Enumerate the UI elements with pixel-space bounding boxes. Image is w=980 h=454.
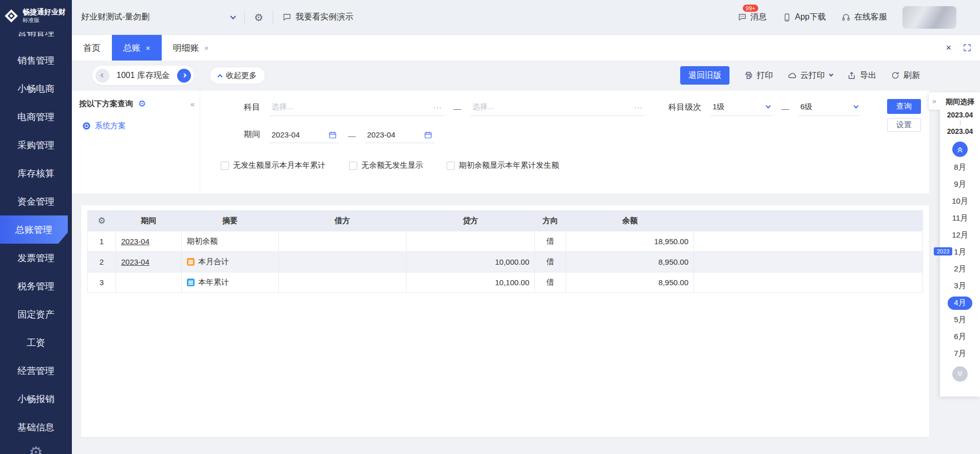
export-button[interactable]: 导出 [847,70,876,81]
refresh-button[interactable]: 刷新 [891,70,920,81]
app-download-button[interactable]: App下载 [782,12,826,23]
back-to-old-version-button[interactable]: 退回旧版 [680,66,729,85]
topbar-gear-icon[interactable]: ⚙ [254,12,263,23]
sidebar-item-xiaochang-ecommerce[interactable]: 小畅电商 [0,74,72,103]
system-scheme-label: 系统方案 [95,121,126,131]
main-content: 1001 库存现金 收起更多 退回旧版 打印 云打印 导出 [72,61,980,454]
month-item-oct[interactable]: 10月 [940,193,980,210]
system-scheme-item[interactable]: 系统方案 [79,121,195,131]
period-to-field[interactable]: 2023-04 [365,130,434,143]
period-panel-expander[interactable]: » [929,92,940,110]
month-label: 11月 [952,213,968,223]
month-item-dec[interactable]: 12月 [940,227,980,244]
online-support-button[interactable]: 在线客服 [841,12,887,23]
date-separator [960,121,960,126]
period-link[interactable]: 2023-04 [121,237,149,246]
month-item-mar[interactable]: 3月 [940,278,980,294]
sidebar-item-invoice[interactable]: 发票管理 [0,244,72,272]
month-item-may[interactable]: 5月 [940,311,980,328]
sidebar-nav: 营销管理 销售管理 小畅电商 电商管理 采购管理 库存核算 资金管理 总账管理 … [0,18,72,454]
chevron-down-icon [766,104,771,109]
query-panel-gear-icon[interactable]: ⚙ [138,100,146,108]
sidebar-item-tax[interactable]: 税务管理 [0,272,72,300]
year-badge: 2023 [934,247,952,255]
tab-label: 总账 [123,42,141,54]
print-button[interactable]: 打印 [744,70,773,81]
month-item-sep[interactable]: 9月 [940,176,980,193]
scroll-months-up-button[interactable] [952,142,968,157]
topbar: 好业财测试-量勿删 ⚙ 我要看实例演示 99+ 消息 App下载 在线客服 [72,0,980,35]
ellipsis-icon[interactable]: ··· [634,103,643,111]
sidebar-item-expense[interactable]: 小畅报销 [0,385,72,413]
month-item-apr-selected[interactable]: 4月 [940,294,980,311]
period-link[interactable]: 2023-04 [121,258,149,266]
sidebar-item-basic-info[interactable]: 基础信息 [0,413,72,441]
phone-icon [782,13,792,22]
messages-button[interactable]: 99+ 消息 [738,12,767,23]
account-chip[interactable]: 1001 库存现金 [92,66,194,85]
account-next-button[interactable] [177,69,191,83]
close-all-icon[interactable]: × [946,43,951,52]
tab-close-icon[interactable]: × [146,44,150,52]
fullscreen-icon[interactable] [963,43,972,52]
level-from-select[interactable]: 1级 [710,102,772,116]
checkbox-no-balance[interactable]: 无余额无发生显示 [349,161,423,170]
cloud-print-button[interactable]: 云打印 [787,70,833,81]
sidebar-item-inventory[interactable]: 库存核算 [0,159,72,187]
company-selector[interactable]: 好业财测试-量勿删 [81,12,235,23]
tab-detail-ledger[interactable]: 明细账 × [162,35,220,61]
ledger-table-card: ⚙ 期间 摘要 借方 贷方 方向 余额 1 2023-04 期初余额 [81,205,929,437]
logo-diamond-icon [4,9,18,23]
header-empty [694,211,923,231]
checkbox-icon [349,162,357,170]
sidebar-item-ecommerce[interactable]: 电商管理 [0,103,72,131]
checkbox-opening-balance[interactable]: 期初余额显示本年累计发生额 [447,161,559,170]
header-credit: 贷方 [407,211,535,231]
header-period: 期间 [116,211,182,231]
tab-close-icon[interactable]: × [204,44,209,52]
export-label: 导出 [860,70,876,81]
sidebar-item-general-ledger[interactable]: 总账管理 [0,215,68,244]
scroll-months-down-button[interactable] [952,366,968,382]
month-item-feb[interactable]: 2月 [940,261,980,278]
level-to-select[interactable]: 6级 [798,102,860,116]
ellipsis-icon[interactable]: ··· [433,103,442,111]
sidebar-item-label: 库存核算 [17,167,54,180]
tab-home[interactable]: 首页 [72,35,112,61]
print-label: 打印 [757,70,773,81]
month-item-jun[interactable]: 6月 [940,328,980,345]
month-item-nov[interactable]: 11月 [940,210,980,227]
subject-select-from[interactable]: 选择... ··· [270,102,444,116]
account-prev-button[interactable] [95,69,109,83]
user-avatar[interactable] [902,6,956,29]
subject-select-to[interactable]: 选择... ··· [470,102,645,116]
demo-label: 我要看实例演示 [296,12,353,23]
sidebar-item-purchase[interactable]: 采购管理 [0,131,72,159]
demo-link[interactable]: 我要看实例演示 [282,12,353,23]
period-from-field[interactable]: 2023-04 [270,130,339,143]
sidebar-item-fixed-assets[interactable]: 固定资产 [0,300,72,328]
column-settings-gear-icon[interactable]: ⚙ [98,216,105,226]
sidebar-item-funds[interactable]: 资金管理 [0,187,72,215]
panel-collapse-icon[interactable]: « [190,100,195,108]
checkbox-label: 无余额无发生显示 [361,161,423,170]
sidebar-item-operations[interactable]: 经营管理 [0,357,72,385]
checkbox-no-activity[interactable]: 无发生额显示本月本年累计 [221,161,325,170]
settings-button[interactable]: 设置 [887,118,921,132]
period-selector-panel: 期间选择 2023.04 2023.04 2023 8月 9月 10月 11月 … [940,92,980,397]
empty-cell [694,252,923,272]
tab-general-ledger[interactable]: 总账 × [112,35,162,61]
row-index: 1 [88,231,116,252]
direction-cell: 借 [535,272,566,293]
collapse-more-button[interactable]: 收起更多 [209,67,265,84]
level-from-value: 1级 [713,102,724,112]
sidebar-settings-gear-icon[interactable]: ⚙ [29,445,43,454]
sidebar-item-sales[interactable]: 销售管理 [0,46,72,74]
month-item-aug[interactable]: 8月 [940,159,980,176]
search-button[interactable]: 查询 [887,99,921,114]
sidebar-item-payroll[interactable]: 工资 [0,328,72,357]
month-item-jul[interactable]: 7月 [940,345,980,362]
messages-label: 消息 [751,12,767,23]
printer-icon [744,71,753,80]
debit-cell [279,272,407,293]
